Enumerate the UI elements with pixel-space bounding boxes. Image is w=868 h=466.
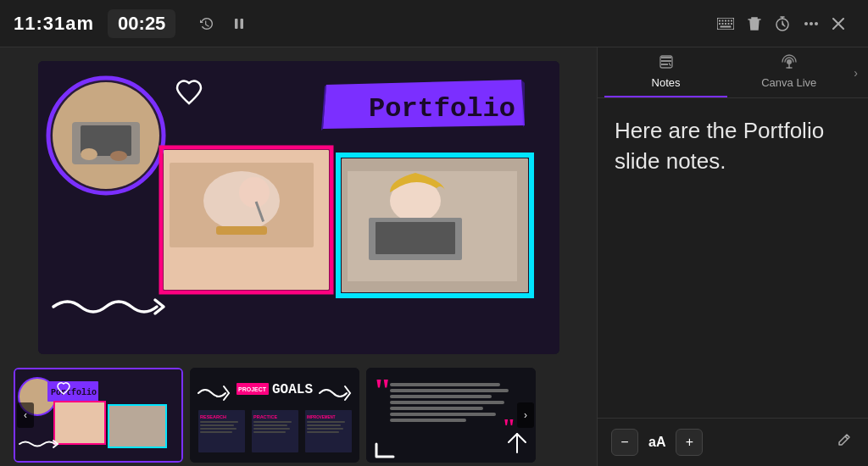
svg-rect-61	[200, 421, 238, 423]
top-bar-icons	[196, 13, 250, 35]
svg-point-23	[53, 82, 159, 189]
svg-point-22	[48, 78, 164, 193]
close-icon-btn[interactable]	[829, 14, 848, 33]
svg-rect-80	[390, 413, 496, 416]
thumbnail-2[interactable]: PROJECT GOALS RESEARCH PRACTICE IMPROVEM…	[190, 368, 359, 463]
slide-canvas: Portfolio	[38, 61, 559, 354]
svg-rect-69	[307, 421, 345, 423]
edit-icon	[836, 433, 851, 448]
right-panel: Notes Canva Live › Here are the Portfo	[597, 47, 868, 466]
pause-icon-btn[interactable]	[228, 13, 250, 35]
svg-rect-50	[108, 405, 166, 447]
svg-text:RESEARCH: RESEARCH	[200, 414, 226, 419]
svg-rect-75	[390, 383, 500, 386]
main-slide: Portfolio	[0, 47, 597, 361]
increase-font-button[interactable]: +	[676, 429, 703, 456]
edit-notes-button[interactable]	[832, 430, 854, 456]
pause-icon	[231, 16, 247, 31]
svg-rect-8	[719, 23, 721, 25]
svg-rect-5	[725, 19, 726, 21]
svg-text:Portfolio: Portfolio	[51, 388, 97, 397]
notes-tab[interactable]: Notes	[604, 47, 727, 97]
keyboard-icon	[717, 18, 734, 30]
svg-rect-21	[38, 61, 559, 354]
svg-rect-68	[253, 431, 286, 433]
main-area: Portfolio	[0, 47, 868, 466]
svg-rect-40	[338, 155, 531, 296]
svg-text:IMPROVEMENT: IMPROVEMENT	[307, 415, 336, 419]
right-icons	[714, 13, 848, 35]
svg-rect-79	[390, 407, 483, 410]
svg-rect-7	[731, 19, 732, 21]
svg-rect-9	[722, 23, 724, 25]
notes-text: Here are the Portfolio slide notes.	[615, 115, 851, 177]
slide-background: Portfolio	[38, 61, 559, 354]
svg-rect-32	[164, 150, 329, 290]
svg-rect-64	[200, 431, 232, 433]
svg-point-19	[815, 22, 818, 25]
svg-rect-10	[725, 23, 726, 25]
svg-marker-29	[321, 85, 326, 130]
thumbnail-1[interactable]: Portfolio ‹	[14, 368, 183, 463]
svg-marker-30	[521, 80, 525, 127]
svg-rect-71	[307, 428, 343, 430]
top-bar: 11:31am 00:25	[0, 0, 868, 47]
svg-text:Portfolio: Portfolio	[369, 93, 515, 125]
svg-rect-25	[81, 125, 131, 156]
svg-rect-12	[731, 23, 732, 25]
left-panel: Portfolio	[0, 47, 597, 466]
svg-rect-4	[722, 19, 724, 21]
svg-rect-11	[728, 23, 730, 25]
svg-rect-39	[342, 158, 528, 292]
svg-rect-67	[253, 428, 290, 430]
history-icon-btn[interactable]	[196, 13, 218, 35]
svg-rect-77	[390, 395, 492, 398]
notes-content: Here are the Portfolio slide notes.	[598, 98, 868, 418]
svg-point-17	[804, 22, 808, 25]
notes-tab-icon	[659, 54, 674, 73]
thumb3-content: " "	[366, 368, 536, 463]
svg-rect-76	[390, 389, 509, 392]
svg-point-26	[81, 148, 97, 160]
svg-text:GOALS: GOALS	[272, 382, 313, 397]
panel-chevron[interactable]: ›	[850, 63, 861, 83]
svg-rect-49	[54, 402, 105, 444]
canva-live-tab-label: Canva Live	[761, 76, 816, 89]
svg-rect-78	[390, 401, 504, 404]
decrease-font-button[interactable]: −	[611, 429, 638, 456]
thumb-nav-right[interactable]: ›	[517, 402, 534, 428]
svg-rect-43	[369, 218, 462, 260]
svg-rect-36	[216, 226, 267, 235]
svg-rect-0	[235, 19, 238, 29]
svg-rect-65	[253, 421, 292, 423]
close-icon	[832, 18, 844, 30]
svg-rect-81	[390, 419, 466, 422]
svg-marker-28	[323, 80, 525, 129]
svg-rect-1	[241, 19, 244, 29]
canva-live-tab-icon	[781, 54, 798, 73]
svg-rect-33	[161, 147, 331, 292]
canva-live-tab[interactable]: Canva Live	[727, 47, 850, 97]
svg-rect-38	[254, 201, 264, 222]
panel-bottom: − aA +	[598, 418, 868, 466]
timer-icon-btn[interactable]	[771, 13, 793, 35]
trash-icon	[748, 16, 761, 31]
thumb-nav-left[interactable]: ‹	[17, 402, 34, 428]
svg-rect-24	[72, 122, 140, 164]
timer-icon	[775, 16, 790, 31]
svg-text:PROJECT: PROJECT	[238, 386, 267, 392]
time-display: 11:31am	[14, 13, 94, 35]
svg-rect-62	[200, 424, 234, 426]
more-icon-btn[interactable]	[800, 18, 822, 30]
keyboard-icon-btn[interactable]	[714, 14, 737, 33]
svg-rect-63	[200, 428, 236, 430]
trash-icon-btn[interactable]	[744, 13, 765, 35]
svg-text:": "	[373, 371, 392, 409]
more-icon	[804, 21, 819, 26]
svg-rect-44	[376, 222, 455, 254]
svg-rect-34	[170, 163, 314, 247]
thumbnail-3[interactable]: " " ›	[366, 368, 536, 463]
thumb-strip: Portfolio ‹	[0, 361, 597, 466]
timer-display: 00:25	[108, 9, 175, 38]
svg-rect-3	[719, 19, 721, 21]
